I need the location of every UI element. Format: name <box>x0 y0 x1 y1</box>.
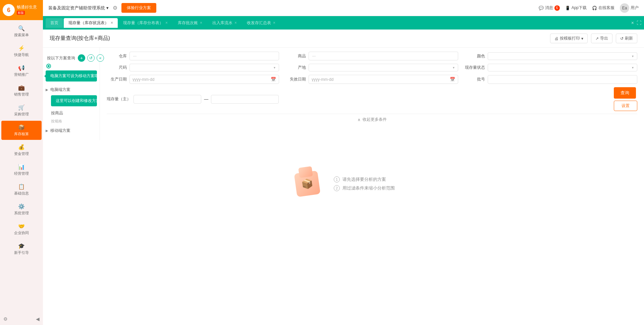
filter-row-4: 现存量（主） — 查询 设置 <box>107 87 637 111</box>
goods-label: 商品 <box>286 53 306 59</box>
schema-group-desktop-header[interactable]: ▶ 电脑端方案 <box>43 86 100 94</box>
group-label: 移动端方案 <box>50 128 70 133</box>
message-item[interactable]: 💬 消息 6 <box>539 5 560 11</box>
sidebar-item-label: 资金管理 <box>14 151 29 156</box>
cart-icon: 🛒 <box>18 104 25 111</box>
settings-icon[interactable]: ⚙ <box>113 5 117 11</box>
export-button[interactable]: ↗ 导出 <box>591 34 612 43</box>
schema-group-mobile-header[interactable]: ▶ 移动端方案 <box>43 126 100 135</box>
prod-date-input[interactable] <box>132 77 271 82</box>
tab-batch-account[interactable]: 库存批次账 × <box>173 18 207 28</box>
filter-field-warehouse: 仓库 ··· <box>107 52 279 60</box>
schema-back-button[interactable]: « <box>97 54 104 62</box>
tab-inventory-status[interactable]: 现存量（库存状况表） × <box>64 18 118 28</box>
color-label: 颜色 <box>465 53 485 59</box>
expiry-date-input-wrapper: 📅 <box>309 75 458 84</box>
system-select[interactable]: 装备及固定资产辅助管理系统 ▾ <box>48 5 109 11</box>
sidebar-item-marketing[interactable]: 📢 营销推广 <box>1 61 42 80</box>
tab-fullscreen-icon[interactable]: ⛶ <box>637 20 641 25</box>
chevron-down-icon: ▾ <box>106 5 109 10</box>
item-label: 按商品 <box>51 110 63 116</box>
user-item[interactable]: Ea 用户 <box>620 3 639 13</box>
tab-label: 现存量（库存分布表） <box>123 20 163 26</box>
online-support-item[interactable]: 🎧 在线客服 <box>592 5 614 11</box>
sidebar-item-newbie[interactable]: 🎓 新手引导 <box>1 239 42 259</box>
color-select[interactable]: ▾ <box>488 52 637 60</box>
set-button[interactable]: 设置 <box>614 101 637 111</box>
step-2-text: 用过滤条件来缩小分析范围 <box>342 185 395 191</box>
export-icon: ↗ <box>595 36 599 41</box>
batch-input[interactable] <box>488 75 637 84</box>
origin-select[interactable]: ▾ <box>309 64 458 71</box>
sidebar-item-enterprise[interactable]: 🤝 企业协同 <box>1 220 42 239</box>
tab-close-icon[interactable]: × <box>234 20 237 25</box>
filter-field-batch: 批号 <box>465 75 637 84</box>
warehouse-input[interactable]: ··· <box>129 52 279 60</box>
size-select[interactable]: ▾ <box>129 64 279 71</box>
schema-item-by-spec[interactable]: 按规格 <box>43 117 100 125</box>
stock-status-select[interactable]: ▾ <box>488 64 637 71</box>
sidebar-logo: 6 畅通好生意 标版 <box>0 0 43 20</box>
sidebar-item-label: 企业协同 <box>14 230 29 235</box>
tab-close-icon[interactable]: × <box>273 20 275 25</box>
app-download-item[interactable]: 📱 App下载 <box>565 5 587 11</box>
expiry-date-input[interactable] <box>312 77 450 82</box>
sidebar-item-system[interactable]: ⚙️ 系统管理 <box>1 200 42 219</box>
industry-button[interactable]: 体验行业方案 <box>121 3 156 13</box>
schema-add-button[interactable]: + <box>78 54 85 62</box>
sidebar-item-basic-info[interactable]: 📋 基础信息 <box>1 180 42 199</box>
megaphone-icon: 📢 <box>18 65 25 71</box>
page-title: 现存量查询(按仓库+商品) <box>50 35 110 42</box>
search-icon: 🔍 <box>18 25 25 32</box>
sidebar-item-search[interactable]: 🔍 搜索菜单 <box>1 22 42 41</box>
stock-main-to[interactable] <box>211 95 279 104</box>
filter-schema-area: 按以下方案查询 + ↺ « 电脑方案可设为移动方案哦 × <box>43 48 644 140</box>
collapse-more-btn[interactable]: ∧ 收起更多条件 <box>107 114 637 125</box>
print-button[interactable]: 🖨 按模板打印 ▾ <box>550 34 588 43</box>
footer-settings-icon[interactable]: ⚙ <box>3 316 8 322</box>
filter-field-prod-date: 生产日期 📅 <box>107 75 279 84</box>
dot-circle <box>47 64 50 68</box>
tooltip-close-1[interactable]: × <box>101 74 104 78</box>
origin-label: 产地 <box>286 65 306 70</box>
stock-main-from[interactable] <box>133 95 201 104</box>
search-button[interactable]: 查询 <box>614 87 636 99</box>
logo-text: 畅通好生意 标版 <box>17 5 37 15</box>
tab-close-icon[interactable]: × <box>200 20 202 25</box>
empty-text: 1 请先选择要分析的方案 2 用过滤条件来缩小分析范围 <box>334 176 395 191</box>
tab-inventory-dist[interactable]: 现存量（库存分布表） × <box>118 18 172 28</box>
tab-inout-flow[interactable]: 出入库流水 × <box>208 18 241 28</box>
tab-home[interactable]: 首页 <box>46 18 63 28</box>
tab-close-icon[interactable]: × <box>165 20 168 25</box>
sidebar-item-finance[interactable]: 💰 资金管理 <box>1 141 42 160</box>
sidebar-item-purchase[interactable]: 🛒 采购管理 <box>1 101 42 120</box>
calendar-icon[interactable]: 📅 <box>271 77 276 82</box>
sidebar-item-inventory[interactable]: 📦 库存核算 <box>1 121 42 140</box>
goods-input[interactable]: ··· <box>309 52 458 60</box>
calendar-icon[interactable]: 📅 <box>450 77 455 82</box>
tab-summary[interactable]: 收发存汇总表 × <box>242 18 280 28</box>
schema-left-panel: 按以下方案查询 + ↺ « 电脑方案可设为移动方案哦 × <box>43 48 100 140</box>
tab-label: 收发存汇总表 <box>247 20 271 26</box>
schema-group-desktop: ▶ 电脑端方案 这里可以创建和修改方案哦 × 按商品 <box>43 86 100 125</box>
sidebar-item-label: 快捷导航 <box>14 52 29 57</box>
sidebar-item-operations[interactable]: 📊 经营管理 <box>1 160 42 179</box>
stock-main-label: 现存量（主） <box>107 96 131 102</box>
filter-field-stock-main: 现存量（主） — <box>107 95 279 104</box>
sidebar-item-label: 营销推广 <box>14 72 29 77</box>
sidebar-item-quicknav[interactable]: ⚡ 快捷导航 <box>1 42 42 61</box>
tooltip-close-2[interactable]: × <box>107 99 109 103</box>
empty-icon-top <box>298 166 313 178</box>
expand-icon: ▶ <box>46 129 48 132</box>
refresh-button[interactable]: ↺ 刷新 <box>616 34 637 43</box>
tab-close-icon[interactable]: × <box>111 20 113 25</box>
filter-field-color: 颜色 ▾ <box>465 52 637 60</box>
main-area: 装备及固定资产辅助管理系统 ▾ ⚙ 体验行业方案 💬 消息 6 📱 App下载 … <box>43 0 644 325</box>
schema-item-by-goods[interactable]: 按商品 <box>43 109 100 117</box>
logo-icon: 6 <box>3 4 15 16</box>
app-download-label: App下载 <box>572 5 587 11</box>
tab-close-all-icon[interactable]: × <box>631 20 634 25</box>
schema-refresh-button[interactable]: ↺ <box>87 54 95 62</box>
footer-collapse-icon[interactable]: ◀ <box>36 316 40 322</box>
sidebar-item-sales[interactable]: 💼 销售管理 <box>1 81 42 100</box>
